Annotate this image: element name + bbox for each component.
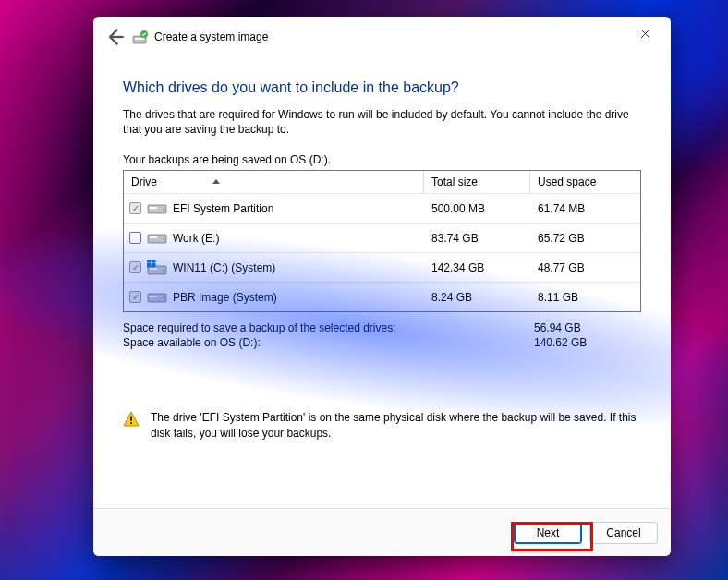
svg-rect-16 bbox=[152, 260, 156, 263]
drive-checkbox[interactable] bbox=[129, 232, 141, 244]
svg-rect-9 bbox=[148, 235, 166, 243]
svg-rect-7 bbox=[150, 207, 157, 209]
titlebar: Create a system image bbox=[93, 17, 671, 57]
used-space: 61.74 MB bbox=[530, 202, 640, 215]
system-image-wizard-dialog: Create a system image Which drives do yo… bbox=[93, 17, 671, 556]
warning-icon bbox=[123, 411, 140, 428]
warning-text: The drive 'EFI System Partition' is on t… bbox=[151, 410, 641, 440]
drive-cell: Work (E:) bbox=[124, 231, 424, 246]
svg-rect-10 bbox=[150, 236, 157, 238]
close-button[interactable] bbox=[625, 19, 665, 47]
sort-ascending-icon bbox=[212, 179, 220, 184]
page-heading: Which drives do you want to include in t… bbox=[123, 79, 641, 96]
drive-icon bbox=[147, 290, 167, 305]
svg-point-3 bbox=[140, 30, 148, 38]
svg-rect-13 bbox=[150, 268, 157, 270]
column-header-drive[interactable]: Drive bbox=[124, 171, 424, 193]
svg-rect-18 bbox=[152, 263, 156, 268]
drive-label: Work (E:) bbox=[173, 232, 219, 245]
space-required-value: 56.94 GB bbox=[534, 321, 581, 334]
svg-point-21 bbox=[163, 296, 164, 298]
windows-drive-icon bbox=[147, 260, 167, 275]
space-required-label: Space required to save a backup of the s… bbox=[123, 321, 534, 334]
page-description: The drives that are required for Windows… bbox=[123, 107, 641, 137]
svg-rect-17 bbox=[147, 263, 152, 268]
table-row[interactable]: WIN11 (C:) (System)142.34 GB48.77 GB bbox=[124, 252, 640, 282]
used-space: 48.77 GB bbox=[530, 261, 640, 274]
svg-rect-20 bbox=[150, 296, 157, 297]
used-space: 65.72 GB bbox=[530, 232, 640, 245]
table-row[interactable]: PBR Image (System)8.24 GB8.11 GB bbox=[124, 282, 640, 311]
close-icon bbox=[640, 29, 650, 39]
total-size: 142.34 GB bbox=[424, 261, 530, 274]
drive-checkbox bbox=[129, 202, 141, 214]
back-button[interactable] bbox=[103, 25, 127, 49]
svg-rect-19 bbox=[148, 294, 166, 302]
content-area: Which drives do you want to include in t… bbox=[93, 57, 671, 508]
svg-line-4 bbox=[641, 30, 649, 38]
svg-rect-2 bbox=[135, 38, 144, 40]
drive-label: PBR Image (System) bbox=[173, 291, 277, 304]
svg-rect-15 bbox=[147, 260, 152, 263]
space-available-value: 140.62 GB bbox=[534, 336, 587, 349]
table-row[interactable]: EFI System Partition500.00 MB61.74 MB bbox=[124, 193, 640, 223]
drive-icon bbox=[147, 231, 167, 246]
drives-table: Drive Total size Used space EFI System P… bbox=[123, 170, 641, 312]
dialog-footer: Next Cancel bbox=[93, 508, 671, 556]
drive-checkbox bbox=[129, 291, 141, 303]
space-summary: Space required to save a backup of the s… bbox=[123, 321, 641, 349]
drive-cell: WIN11 (C:) (System) bbox=[124, 260, 424, 275]
svg-rect-22 bbox=[130, 417, 132, 422]
svg-rect-12 bbox=[148, 266, 166, 274]
svg-line-5 bbox=[641, 30, 649, 38]
drive-checkbox bbox=[129, 261, 141, 273]
total-size: 8.24 GB bbox=[424, 291, 530, 304]
svg-rect-23 bbox=[130, 423, 132, 425]
total-size: 83.74 GB bbox=[424, 232, 530, 245]
table-row[interactable]: Work (E:)83.74 GB65.72 GB bbox=[124, 223, 640, 252]
window-title: Create a system image bbox=[154, 30, 268, 43]
svg-rect-6 bbox=[148, 205, 166, 213]
drive-cell: EFI System Partition bbox=[124, 201, 424, 216]
system-image-icon bbox=[132, 29, 149, 45]
drive-cell: PBR Image (System) bbox=[124, 290, 424, 305]
cancel-button[interactable]: Cancel bbox=[589, 522, 658, 544]
svg-point-11 bbox=[163, 237, 164, 239]
drive-icon bbox=[147, 201, 167, 216]
table-header: Drive Total size Used space bbox=[124, 171, 640, 193]
total-size: 500.00 MB bbox=[424, 202, 530, 215]
svg-point-14 bbox=[163, 269, 164, 271]
column-header-used[interactable]: Used space bbox=[530, 171, 640, 193]
next-button[interactable]: Next bbox=[514, 522, 582, 544]
drive-label: EFI System Partition bbox=[173, 202, 273, 215]
svg-rect-1 bbox=[133, 36, 146, 43]
saved-on-text: Your backups are being saved on OS (D:). bbox=[123, 153, 641, 166]
warning-panel: The drive 'EFI System Partition' is on t… bbox=[123, 410, 641, 440]
column-header-total[interactable]: Total size bbox=[424, 171, 530, 193]
tutorial-highlight bbox=[511, 522, 593, 551]
arrow-left-icon bbox=[103, 25, 127, 49]
space-available-label: Space available on OS (D:): bbox=[123, 336, 534, 349]
svg-point-8 bbox=[163, 208, 164, 210]
used-space: 8.11 GB bbox=[530, 291, 640, 304]
drive-label: WIN11 (C:) (System) bbox=[173, 261, 275, 274]
